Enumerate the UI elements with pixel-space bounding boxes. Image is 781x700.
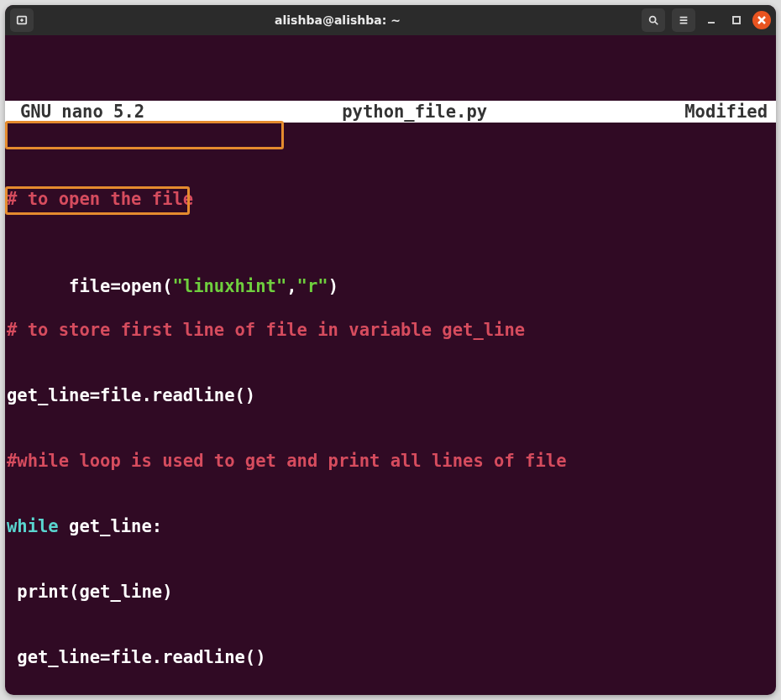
- nano-status: Modified: [684, 101, 776, 123]
- code-line: ): [328, 276, 338, 296]
- code-keyword: while: [7, 516, 59, 536]
- terminal-window: alishba@alishba: ~ GNU nano 5.2 python_f…: [5, 5, 776, 695]
- svg-line-4: [655, 22, 658, 25]
- nano-filename: python_file.py: [144, 101, 684, 123]
- code-line: # to open the file: [7, 189, 193, 209]
- maximize-button[interactable]: [727, 11, 746, 29]
- code-line: file=open(: [69, 276, 172, 296]
- minimize-button[interactable]: [702, 11, 721, 29]
- search-button[interactable]: [642, 8, 665, 32]
- svg-rect-9: [733, 17, 740, 24]
- new-tab-button[interactable]: [10, 8, 34, 32]
- window-title: alishba@alishba: ~: [34, 13, 642, 27]
- code-line: #while loop is used to get and print all…: [7, 451, 566, 471]
- window-titlebar: alishba@alishba: ~: [5, 5, 776, 35]
- svg-point-3: [650, 17, 656, 23]
- code-line: get_line:: [59, 516, 162, 536]
- code-line: ,: [286, 276, 296, 296]
- nano-header: GNU nano 5.2 python_file.py Modified: [5, 101, 776, 123]
- menu-button[interactable]: [672, 8, 695, 32]
- code-string: "r": [297, 276, 328, 296]
- code-line: print(get_line): [7, 582, 172, 602]
- highlight-box: [5, 121, 284, 149]
- nano-app-name: GNU nano 5.2: [5, 101, 144, 123]
- terminal-viewport[interactable]: GNU nano 5.2 python_file.py Modified # t…: [5, 35, 776, 695]
- nano-shortcuts: ^GHelp ^OWrite Out ^WWhere Is ^KCut ^TEx…: [5, 651, 776, 695]
- code-string: "linuxhint": [172, 276, 286, 296]
- code-line: # to store first line of file in variabl…: [7, 320, 525, 340]
- close-button[interactable]: [752, 11, 771, 29]
- code-line: get_line=file.readline(): [7, 385, 255, 405]
